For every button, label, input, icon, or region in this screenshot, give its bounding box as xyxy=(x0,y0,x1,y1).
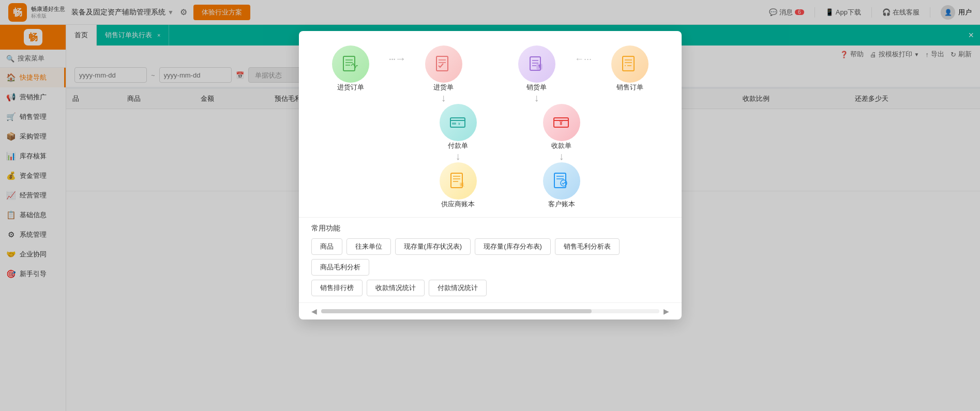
common-btn-sales-profit[interactable]: 销售毛利分析表 xyxy=(555,238,620,255)
common-btn-partner[interactable]: 往来单位 xyxy=(346,238,391,255)
scroll-right-arrow[interactable]: ▶ xyxy=(664,307,669,315)
supplier-account-label: 供应商账本 xyxy=(441,200,475,209)
collection-circle[interactable]: ¥ xyxy=(543,104,580,141)
scroll-left-arrow[interactable]: ◀ xyxy=(311,307,317,315)
common-btn-payment-stats[interactable]: 付款情况统计 xyxy=(429,280,487,296)
customer-circle[interactable] xyxy=(543,162,580,200)
sales-bill-label: 销货单 xyxy=(526,83,547,92)
scroll-track[interactable] xyxy=(321,309,659,313)
common-btn-product-profit[interactable]: 商品毛利分析 xyxy=(311,259,369,276)
arrow-down-sales: ↓ xyxy=(500,92,574,104)
common-btn-stock-status[interactable]: 现存量(库存状况表) xyxy=(395,238,471,255)
modal-scrollbar[interactable]: ◀ ▶ xyxy=(299,302,682,319)
sales-order-circle[interactable] xyxy=(611,45,649,83)
flow-section: 进货订单 ···→ 进货单 xyxy=(299,31,682,209)
common-btn-sales-rank[interactable]: 销售排行榜 xyxy=(311,280,363,296)
arrow-sales-order-to-bill: ←··· xyxy=(574,45,593,83)
quick-nav-modal: 进货订单 ···→ 进货单 xyxy=(299,31,682,319)
purchase-bill-label: 进货单 xyxy=(433,83,454,92)
flow-node-supplier-account: 账 供应商账本 xyxy=(417,162,500,209)
common-btn-stock-dist[interactable]: 现存量(库存分布表) xyxy=(475,238,551,255)
arrow-down-collection: ↓ xyxy=(520,150,603,162)
common-buttons-row2: 销售排行榜 收款情况统计 付款情况统计 xyxy=(311,280,669,296)
common-functions-section: 常用功能 商品 往来单位 现存量(库存状况表) 现存量(库存分布表) 销售毛利分… xyxy=(299,218,682,302)
sales-bill-circle[interactable] xyxy=(518,45,555,83)
flow-row-3: 账 供应商账本 xyxy=(313,162,667,209)
arrow-down-payment: ↓ xyxy=(417,150,500,162)
flow-arrows-down-row: ↓ ↓ xyxy=(313,92,667,104)
svg-rect-14 xyxy=(623,56,634,71)
flow-row-1: 进货订单 ···→ 进货单 xyxy=(313,45,667,92)
modal-overlay[interactable]: 进货订单 ···→ 进货单 xyxy=(0,0,980,411)
flow-node-purchase-bill: 进货单 xyxy=(406,45,481,92)
common-btn-collection-stats[interactable]: 收款情况统计 xyxy=(367,280,425,296)
flow-node-payment: ¥ 付款单 xyxy=(417,104,500,150)
common-buttons-row1: 商品 往来单位 现存量(库存状况表) 现存量(库存分布表) 销售毛利分析表 商品… xyxy=(311,238,669,276)
purchase-order-label: 进货订单 xyxy=(337,83,364,92)
purchase-order-circle[interactable] xyxy=(332,45,369,83)
svg-text:¥: ¥ xyxy=(560,120,563,126)
svg-text:¥: ¥ xyxy=(458,122,460,126)
flow-node-sales-order: 销售订单 xyxy=(593,45,667,92)
flow-arrows-down-row2: ↓ ↓ xyxy=(313,150,667,162)
svg-rect-29 xyxy=(554,173,566,188)
scroll-thumb xyxy=(321,309,592,313)
payment-label: 付款单 xyxy=(448,141,468,150)
svg-rect-4 xyxy=(436,56,448,71)
flow-row-2: ¥ 付款单 ¥ 收款单 xyxy=(313,104,667,150)
flow-node-collection: ¥ 收款单 xyxy=(520,104,603,150)
arrow-down-purchase: ↓ xyxy=(406,92,481,104)
payment-circle[interactable]: ¥ xyxy=(440,104,477,141)
arrow-purchase-to-bill: ···→ xyxy=(388,45,406,83)
purchase-bill-circle[interactable] xyxy=(425,45,462,83)
collection-label: 收款单 xyxy=(551,141,571,150)
flow-node-customer-account: 客户账本 xyxy=(520,162,603,209)
supplier-circle[interactable]: 账 xyxy=(440,162,477,200)
flow-node-sales-bill: 销货单 xyxy=(500,45,574,92)
customer-account-label: 客户账本 xyxy=(548,200,575,209)
common-title: 常用功能 xyxy=(311,224,669,233)
svg-rect-19 xyxy=(452,123,456,125)
svg-text:账: 账 xyxy=(460,182,464,187)
common-btn-product[interactable]: 商品 xyxy=(311,238,342,255)
flow-node-purchase-order: 进货订单 xyxy=(313,45,388,92)
sales-order-label: 销售订单 xyxy=(616,83,643,92)
